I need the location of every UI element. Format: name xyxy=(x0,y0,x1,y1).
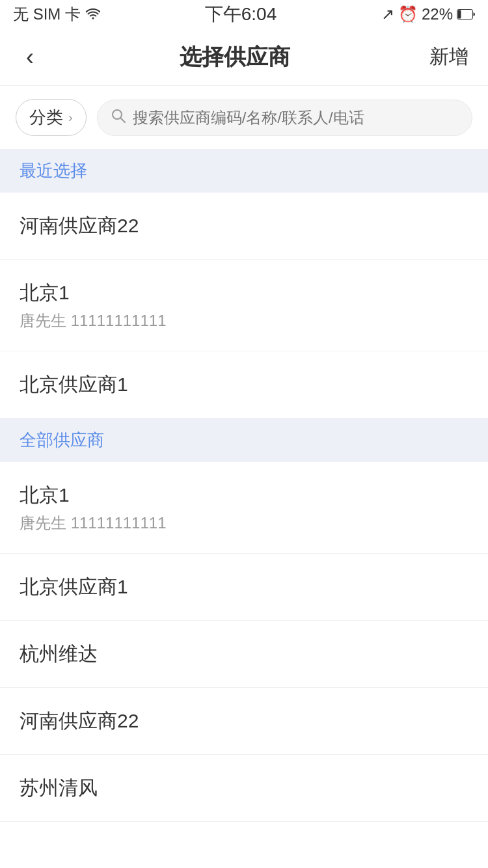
list-item[interactable]: 河南供应商22 xyxy=(0,193,488,260)
supplier-name: 河南供应商22 xyxy=(20,212,468,239)
list-item[interactable]: 苏州清风 xyxy=(0,755,488,822)
sim-status: 无 SIM 卡 xyxy=(13,4,81,25)
back-button[interactable]: ‹ xyxy=(20,37,40,77)
filter-bar: 分类 › xyxy=(0,86,488,149)
wifi-icon xyxy=(86,5,100,23)
supplier-name: 北京1 xyxy=(20,481,468,509)
chevron-right-icon: › xyxy=(68,110,73,125)
section-header-recent: 最近选择 xyxy=(0,149,488,193)
supplier-name: 北京供应商1 xyxy=(20,573,468,601)
svg-line-3 xyxy=(120,118,125,122)
status-bar: 无 SIM 卡 下午6:04 ↗ ⏰ 22% xyxy=(0,0,488,29)
supplier-name: 河南供应商22 xyxy=(20,707,468,735)
list-item[interactable]: 杭州维达 xyxy=(0,621,488,688)
svg-rect-1 xyxy=(458,10,461,19)
search-icon xyxy=(111,108,126,128)
section-header-all: 全部供应商 xyxy=(0,418,488,462)
status-left: 无 SIM 卡 xyxy=(13,4,100,25)
supplier-name: 北京供应商1 xyxy=(20,371,468,398)
supplier-name: 杭州维达 xyxy=(20,640,468,668)
sections-container: 最近选择河南供应商22北京1唐先生 11111111111北京供应商1全部供应商… xyxy=(0,149,488,822)
search-input[interactable] xyxy=(133,109,459,127)
list-item[interactable]: 北京供应商1 xyxy=(0,351,488,418)
location-icon: ↗ xyxy=(381,5,394,23)
search-bar[interactable] xyxy=(97,100,472,136)
supplier-sub: 唐先生 11111111111 xyxy=(20,310,468,331)
supplier-sub: 唐先生 11111111111 xyxy=(20,513,468,534)
list-item[interactable]: 北京1唐先生 11111111111 xyxy=(0,260,488,351)
nav-bar: ‹ 选择供应商 新增 xyxy=(0,29,488,86)
alarm-icon: ⏰ xyxy=(398,5,418,23)
battery-icon xyxy=(457,5,475,23)
supplier-name: 北京1 xyxy=(20,279,468,306)
category-label: 分类 xyxy=(29,106,63,129)
list-item[interactable]: 河南供应商22 xyxy=(0,688,488,755)
add-button[interactable]: 新增 xyxy=(429,44,468,70)
category-filter[interactable]: 分类 › xyxy=(16,99,87,136)
battery-level: 22% xyxy=(422,5,453,23)
supplier-name: 苏州清风 xyxy=(20,774,468,802)
page-title: 选择供应商 xyxy=(180,42,290,72)
status-right: ↗ ⏰ 22% xyxy=(381,5,475,23)
list-item[interactable]: 北京1唐先生 11111111111 xyxy=(0,462,488,554)
status-time: 下午6:04 xyxy=(205,2,277,27)
list-item[interactable]: 北京供应商1 xyxy=(0,554,488,621)
